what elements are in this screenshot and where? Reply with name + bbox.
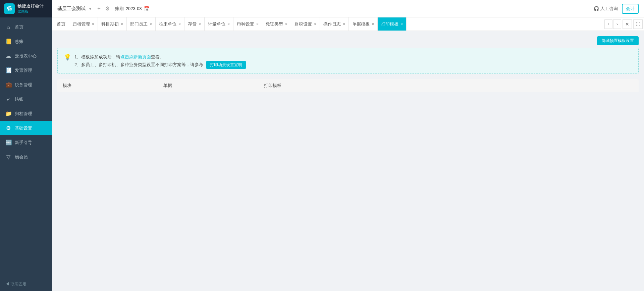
sidebar-logo: 畅 畅捷通好会计 试题版	[0, 0, 52, 17]
ledger-icon: 📒	[5, 38, 11, 45]
close-icon: ✓	[5, 96, 11, 102]
tab-close-all-button[interactable]: ✕	[623, 19, 632, 29]
sidebar-item-label: 首页	[15, 24, 23, 30]
logo-icon: 畅	[4, 3, 15, 14]
calendar-icon: 📅	[144, 6, 150, 11]
notice-line1: 1、模板添加成功后，请点击刷新新页面查看。	[74, 53, 246, 61]
sidebar-item-label: 畅会员	[15, 154, 28, 160]
tab-打印模板[interactable]: 打印模板×	[378, 17, 407, 31]
col-module: 模块	[57, 79, 158, 92]
invoice-icon: 🧾	[5, 67, 11, 74]
notice-line1-suffix: 查看。	[151, 54, 164, 59]
tab-close-icon[interactable]: ×	[178, 22, 181, 27]
sidebar-item-tax[interactable]: 💼税务管理	[0, 78, 52, 92]
sidebar-item-guide[interactable]: 🆕新手引导	[0, 135, 52, 150]
notice-line2-prefix: 2、多员工、多打印机、多种业务类型设置不同打印方案等，请参考	[74, 62, 203, 67]
sidebar-footer[interactable]: ◀ 取消固定	[0, 277, 52, 291]
tab-label: 币种设置	[237, 21, 254, 27]
headset-icon: 🎧	[594, 6, 599, 11]
tab-close-icon[interactable]: ×	[150, 22, 152, 27]
company-name: 基层工会测试	[57, 6, 86, 12]
guide-icon: 🆕	[5, 139, 11, 146]
settings-icon[interactable]: ⚙	[105, 5, 110, 12]
tab-归档管理[interactable]: 归档管理×	[69, 17, 98, 31]
tab-科目期初[interactable]: 科目期初×	[98, 17, 127, 31]
sidebar-item-label: 总账	[15, 39, 23, 45]
sidebar: 畅 畅捷通好会计 试题版 ⌂首页📒总账☁云报表中心🧾发票管理💼税务管理✓结账📁归…	[0, 0, 52, 291]
home-icon: ⌂	[5, 24, 11, 30]
add-tab-button[interactable]: ＋	[96, 5, 102, 12]
tab-nav-controls: ‹ › ✕ ⛶	[604, 19, 643, 29]
tab-close-icon[interactable]: ×	[121, 22, 123, 27]
member-icon: ▽	[5, 154, 11, 160]
logo-text: 畅捷通好会计 试题版	[17, 3, 44, 14]
tab-往来单位[interactable]: 往来单位×	[156, 17, 184, 31]
notice-line2: 2、多员工、多打印机、多种业务类型设置不同打印方案等，请参考 打印场景设置宣明	[74, 61, 246, 69]
tab-close-icon[interactable]: ×	[400, 22, 403, 27]
tab-首页[interactable]: 首页	[53, 17, 69, 31]
tab-prev-button[interactable]: ‹	[604, 19, 612, 29]
period-selector[interactable]: 账期 2023-03 📅	[115, 6, 150, 12]
company-selector[interactable]: 基层工会测试 ▼	[57, 6, 92, 12]
tab-存货[interactable]: 存货×	[184, 17, 205, 31]
reports-icon: ☁	[5, 53, 11, 59]
refresh-link[interactable]: 点击刷新新页面	[120, 54, 151, 59]
table-header: 模块 单据 打印模板	[57, 79, 639, 92]
print-template-table: 模块 单据 打印模板	[57, 79, 639, 92]
sidebar-item-label: 云报表中心	[15, 53, 37, 59]
notice-text: 1、模板添加成功后，请点击刷新新页面查看。 2、多员工、多打印机、多种业务类型设…	[74, 53, 246, 69]
sidebar-item-archive[interactable]: 📁归档管理	[0, 106, 52, 121]
help-button[interactable]: 🎧 人工咨询	[594, 6, 618, 12]
tab-label: 科目期初	[101, 21, 119, 27]
tabbar: 首页归档管理×科目期初×部门员工×往来单位×存货×计量单位×币种设置×凭证类型×…	[52, 17, 644, 31]
archive-icon: 📁	[5, 110, 11, 117]
tab-close-icon[interactable]: ×	[372, 22, 374, 27]
tab-单据模板[interactable]: 单据模板×	[349, 17, 378, 31]
col-template: 打印模板	[259, 79, 639, 92]
sidebar-item-member[interactable]: ▽畅会员	[0, 150, 52, 164]
tab-label: 财税设置	[294, 21, 312, 27]
sidebar-item-label: 发票管理	[15, 67, 32, 74]
tab-label: 操作日志	[323, 21, 341, 27]
sidebar-item-home[interactable]: ⌂首页	[0, 20, 52, 34]
tab-expand-button[interactable]: ⛶	[633, 19, 643, 29]
sidebar-nav: ⌂首页📒总账☁云报表中心🧾发票管理💼税务管理✓结账📁归档管理⚙基础设置🆕新手引导…	[0, 17, 52, 277]
tab-close-icon[interactable]: ×	[92, 22, 94, 27]
sidebar-item-label: 新手引导	[15, 140, 32, 146]
tab-close-icon[interactable]: ×	[227, 22, 230, 27]
explain-button[interactable]: 打印场景设置宣明	[206, 61, 246, 69]
hide-template-section: 隐藏预置模板设置	[57, 36, 639, 45]
hide-template-button[interactable]: 隐藏预置模板设置	[597, 36, 639, 45]
tab-label: 首页	[57, 21, 65, 27]
period-label: 账期	[115, 6, 124, 12]
tab-部门员工[interactable]: 部门员工×	[127, 17, 156, 31]
tab-close-icon[interactable]: ×	[256, 22, 259, 27]
notice-line1-prefix: 1、模板添加成功后，请	[74, 54, 120, 59]
tab-操作日志[interactable]: 操作日志×	[320, 17, 349, 31]
tab-close-icon[interactable]: ×	[199, 22, 201, 27]
tab-label: 部门员工	[130, 21, 148, 27]
sidebar-item-ledger[interactable]: 📒总账	[0, 34, 52, 49]
sidebar-item-invoice[interactable]: 🧾发票管理	[0, 63, 52, 78]
sidebar-item-settings[interactable]: ⚙基础设置	[0, 121, 52, 135]
tab-next-button[interactable]: ›	[613, 19, 621, 29]
company-dropdown-icon: ▼	[88, 6, 92, 11]
tab-计量单位[interactable]: 计量单位×	[205, 17, 233, 31]
tab-label: 存货	[188, 21, 197, 27]
tab-label: 打印模板	[381, 21, 398, 27]
tab-财税设置[interactable]: 财税设置×	[291, 17, 320, 31]
tab-close-icon[interactable]: ×	[343, 22, 345, 27]
tab-币种设置[interactable]: 币种设置×	[233, 17, 262, 31]
tab-close-icon[interactable]: ×	[285, 22, 287, 27]
sidebar-item-close[interactable]: ✓结账	[0, 92, 52, 106]
settings-icon: ⚙	[5, 125, 11, 131]
period-value: 2023-03	[126, 6, 142, 11]
tab-凭证类型[interactable]: 凭证类型×	[262, 17, 291, 31]
sidebar-item-label: 基础设置	[15, 125, 32, 131]
kuaiji-button[interactable]: 会计	[622, 4, 639, 14]
sidebar-item-reports[interactable]: ☁云报表中心	[0, 49, 52, 63]
tab-close-icon[interactable]: ×	[314, 22, 316, 27]
sidebar-item-label: 税务管理	[15, 82, 32, 88]
tab-label: 凭证类型	[266, 21, 283, 27]
topbar-right: 🎧 人工咨询 会计	[594, 4, 639, 14]
